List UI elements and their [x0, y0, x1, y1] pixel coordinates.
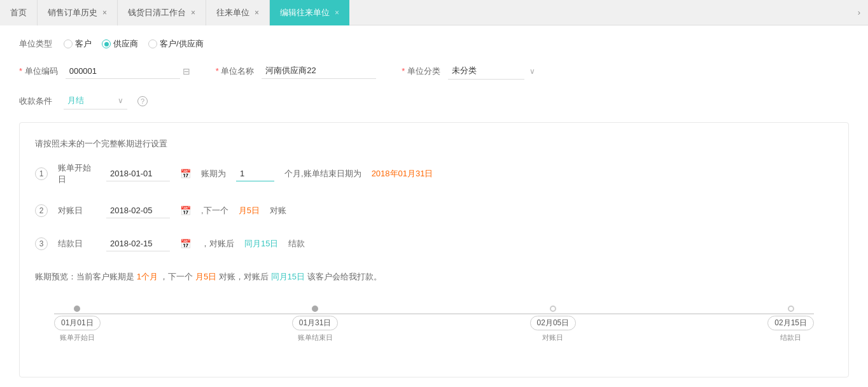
unit-code-input[interactable] [66, 64, 180, 79]
tab-home[interactable]: 首页 [0, 0, 38, 25]
timeline-dot-payment [788, 306, 794, 312]
unit-category-select[interactable]: 未分类 [448, 62, 524, 80]
row-start-date: 1 账单开始日 📅 账期为 个月,账单结束日期为 2018年01月31日 [35, 162, 833, 185]
preview-text: 账期预览：当前客户账期是 1个月 ，下一个 月5日 对账，对账后 同月15日 该… [35, 269, 833, 284]
timeline-label-payment: 02月15日 [767, 316, 814, 330]
reconcile-date-calendar-icon[interactable]: 📅 [180, 206, 191, 216]
close-sales-history[interactable]: × [102, 8, 107, 17]
timeline-dot-end [312, 306, 318, 312]
unit-code-field: 单位编码 ⊟ [19, 64, 190, 79]
unit-name-label: 单位名称 [216, 66, 255, 77]
period-suffix: 个月,账单结束日期为 [284, 168, 361, 179]
timeline-label-start: 01月01日 [54, 316, 101, 330]
radio-supplier-circle [102, 39, 111, 48]
tab-more-button[interactable]: › [850, 8, 868, 17]
reconcile-date-input[interactable] [106, 203, 170, 218]
timeline-points: 01月01日 账单开始日 01月31日 账单结束日 02月05日 对账日 02月… [54, 306, 814, 342]
tab-edit-partner[interactable]: 编辑往来单位 × [270, 0, 349, 25]
start-date-input[interactable] [106, 166, 170, 181]
timeline-point-start: 01月01日 账单开始日 [54, 306, 101, 342]
tab-bar: 首页 销售订单历史 × 钱货日清工作台 × 往来单位 × 编辑往来单位 × › [0, 0, 868, 25]
reconcile-highlight1: 月5日 [239, 205, 260, 216]
payment-date-input[interactable] [106, 236, 170, 251]
unit-category-dropdown-icon[interactable]: ∨ [529, 67, 535, 76]
payment-terms-dropdown-icon[interactable]: ∨ [118, 96, 123, 105]
reconcile-suffix1: ,下一个 [201, 205, 228, 216]
timeline-sublabel-end: 账单结束日 [298, 333, 333, 342]
timeline-dot-start [74, 306, 80, 312]
unit-type-radio-group: 客户 供应商 客户/供应商 [64, 38, 204, 50]
timeline-sublabel-payment: 结款日 [780, 333, 801, 342]
row-num-2: 2 [35, 204, 48, 217]
payment-suffix3: 结款 [288, 238, 305, 250]
period-input[interactable] [236, 166, 274, 181]
unit-category-label: 单位分类 [402, 66, 440, 77]
row-payment-date: 3 结款日 📅 ，对账后 同月15日 结款 [35, 236, 833, 251]
tab-cash-work[interactable]: 钱货日清工作台 × [118, 0, 206, 25]
reconcile-suffix2: 对账 [270, 205, 286, 216]
unit-name-field: 单位名称 [216, 64, 377, 79]
unit-info-row: 单位编码 ⊟ 单位名称 单位分类 未分类 ∨ [19, 62, 849, 80]
row-label-1: 账单开始日 [58, 162, 96, 185]
close-partner[interactable]: × [255, 8, 259, 17]
payment-highlight2: 同月15日 [244, 238, 278, 250]
timeline-dot-reconcile [550, 306, 556, 312]
row-label-2: 对账日 [58, 205, 96, 216]
radio-customer-circle [64, 39, 73, 48]
main-content: 单位类型 客户 供应商 客户/供应商 单位编码 ⊟ 单位名称 [0, 25, 868, 387]
unit-code-label: 单位编码 [19, 66, 58, 77]
timeline-sublabel-reconcile: 对账日 [542, 333, 563, 342]
start-date-calendar-icon[interactable]: 📅 [180, 169, 191, 179]
period-settings-section: 请按照未来的一个完整帐期进行设置 1 账单开始日 📅 账期为 个月,账单结束日期… [19, 122, 849, 377]
payment-suffix1: ，对账后 [201, 238, 234, 250]
timeline-point-payment: 02月15日 结款日 [767, 306, 814, 342]
unit-name-input[interactable] [262, 64, 376, 79]
tab-partner[interactable]: 往来单位 × [206, 0, 270, 25]
copy-icon[interactable]: ⊟ [183, 66, 190, 76]
timeline: 01月01日 账单开始日 01月31日 账单结束日 02月05日 对账日 02月… [35, 299, 833, 362]
payment-terms-row: 收款条件 月结 ∨ ? [19, 92, 849, 109]
timeline-sublabel-start: 账单开始日 [60, 333, 95, 342]
section-title: 请按照未来的一个完整帐期进行设置 [35, 138, 833, 150]
unit-type-row: 单位类型 客户 供应商 客户/供应商 [19, 38, 849, 50]
radio-both[interactable]: 客户/供应商 [148, 38, 204, 50]
payment-date-calendar-icon[interactable]: 📅 [180, 239, 191, 249]
tab-sales-history[interactable]: 销售订单历史 × [38, 0, 118, 25]
payment-terms-help-icon[interactable]: ? [137, 96, 148, 106]
row-num-3: 3 [35, 237, 48, 250]
timeline-point-end: 01月31日 账单结束日 [292, 306, 339, 342]
row-reconcile-date: 2 对账日 📅 ,下一个 月5日 对账 [35, 203, 833, 218]
unit-category-field: 单位分类 未分类 ∨ [402, 62, 535, 80]
row-label-3: 结款日 [58, 238, 96, 250]
unit-type-label: 单位类型 [19, 38, 52, 50]
radio-supplier[interactable]: 供应商 [102, 38, 138, 50]
radio-customer[interactable]: 客户 [64, 38, 92, 50]
payment-terms-select[interactable]: 月结 ∨ [64, 92, 127, 109]
period-end-date: 2018年01月31日 [372, 168, 433, 179]
timeline-point-reconcile: 02月05日 对账日 [530, 306, 577, 342]
radio-both-circle [148, 39, 157, 48]
close-cash-work[interactable]: × [191, 8, 195, 17]
close-edit-partner[interactable]: × [335, 8, 339, 17]
timeline-label-end: 01月31日 [292, 316, 339, 330]
payment-terms-label: 收款条件 [19, 95, 52, 107]
period-prefix: 账期为 [201, 168, 226, 179]
timeline-label-reconcile: 02月05日 [530, 316, 577, 330]
row-num-1: 1 [35, 167, 48, 180]
